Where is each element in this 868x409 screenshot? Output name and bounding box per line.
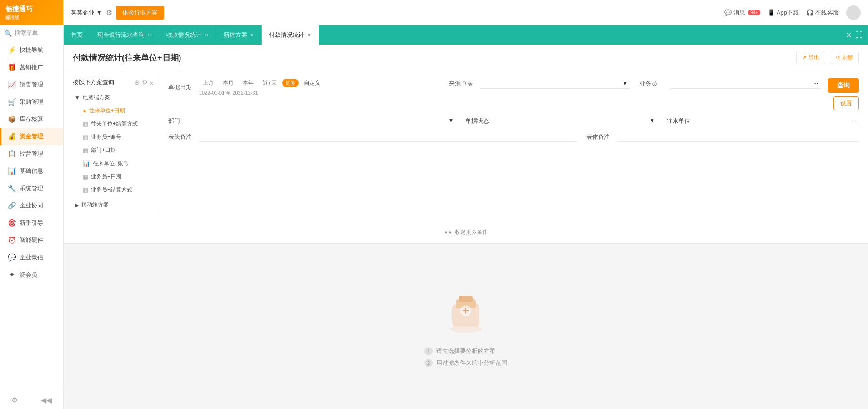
scheme-header-icons: ⊕ ⚙ «: [134, 78, 153, 86]
sidebar-item-guide[interactable]: 🎯 新手引导: [0, 214, 63, 232]
page-title: 付款情况统计(往来单位+日期): [73, 52, 181, 63]
scheme-item-4-label: 往来单位+账号: [93, 160, 129, 167]
settings-footer-icon[interactable]: ⚙: [11, 396, 18, 404]
dept-select[interactable]: ▼: [199, 116, 456, 126]
trial-button[interactable]: 体验行业方案: [116, 6, 164, 20]
collapse-chevron-icon: ∧∧: [444, 229, 452, 236]
tip-text-1: 请先选择要分析的方案: [436, 347, 495, 355]
app-download-item[interactable]: 📱 App下载: [768, 9, 799, 17]
salesman-select[interactable]: ···: [670, 78, 821, 89]
scheme-settings-icon[interactable]: ⚙: [142, 78, 148, 86]
sidebar-item-system[interactable]: 🔧 系统管理: [0, 180, 63, 197]
settings-button[interactable]: 设置: [833, 96, 859, 110]
page-content: 付款情况统计(往来单位+日期) ↗ 导出 ↺ 刷新 按以下方案查询 ⊕: [64, 45, 868, 409]
scheme-item-2-label: 业务员+账号: [91, 133, 121, 141]
tab-payment[interactable]: 付款情况统计 ✕: [262, 25, 319, 45]
tab-home[interactable]: 首页: [64, 25, 90, 45]
date-opt-this-month[interactable]: 本月: [219, 78, 237, 88]
search-icon: 🔍: [5, 30, 12, 37]
topbar-settings-icon[interactable]: ⚙: [106, 8, 112, 17]
sidebar-item-nav[interactable]: ⚡ 快捷导航: [0, 41, 63, 59]
sidebar-item-basic[interactable]: 📊 基础信息: [0, 162, 63, 180]
date-opt-this-year[interactable]: 本年: [239, 78, 257, 88]
scheme-collapse-icon[interactable]: «: [150, 79, 153, 86]
refresh-button[interactable]: ↺ 刷新: [830, 51, 859, 64]
sidebar-item-enterprise[interactable]: 🔗 企业协同: [0, 197, 63, 214]
scheme-title: 按以下方案查询: [73, 78, 114, 86]
tab-bank[interactable]: 现金银行流水查询 ✕: [90, 25, 159, 45]
scheme-item-3-icon: ▦: [83, 147, 88, 154]
home-tab-label: 首页: [71, 31, 83, 39]
sales-icon: 📈: [8, 81, 16, 89]
sidebar-item-marketing[interactable]: 🎁 营销推广: [0, 59, 63, 76]
payment-tab-close[interactable]: ✕: [307, 32, 311, 38]
scheme-item-2[interactable]: ▦ 业务员+账号: [80, 131, 153, 144]
svg-rect-3: [459, 296, 473, 302]
sidebar-item-operations[interactable]: 📋 经营管理: [0, 145, 63, 162]
payment-tab-label: 付款情况统计: [269, 31, 304, 39]
sidebar-label-sales: 销售管理: [20, 81, 43, 89]
date-opt-last-month[interactable]: 上月: [199, 78, 217, 88]
voucher-status-label: 单据状态: [465, 117, 493, 125]
close-all-tabs-icon[interactable]: ✕: [846, 31, 852, 40]
tip-num-1: 1: [424, 347, 433, 355]
scheme-item-5[interactable]: ▦ 业务员+日期: [80, 170, 153, 183]
receivable-tab-close[interactable]: ✕: [205, 32, 209, 38]
source-select[interactable]: ▼: [480, 78, 630, 89]
sidebar-item-hardware[interactable]: ⏰ 智能硬件: [0, 232, 63, 249]
note-body-input[interactable]: [617, 131, 859, 142]
sidebar-item-sales[interactable]: 📈 销售管理: [0, 76, 63, 93]
sidebar-label-hardware: 智能硬件: [20, 236, 43, 244]
scheme-item-0-label: 往来单位+日期: [89, 107, 125, 115]
tab-receivable[interactable]: 收款情况统计 ✕: [159, 25, 216, 45]
sidebar-item-search[interactable]: 🔍 搜索菜单: [0, 25, 63, 41]
source-field: 来源单据 ▼: [449, 78, 630, 89]
sidebar-item-purchase[interactable]: 🛒 采购管理: [0, 93, 63, 111]
query-row-1: 单据日期 上月 本月 本年 近7天 更多 自定义 2022-01-01 至 20…: [168, 78, 859, 110]
sidebar-item-member[interactable]: ✦ 畅会员: [0, 266, 63, 283]
scheme-item-1-icon: ▦: [83, 121, 88, 127]
scheme-group-desktop-header[interactable]: ▼ 电脑端方案: [73, 91, 153, 104]
scheme-item-6[interactable]: ▦ 业务员+结算方式: [80, 183, 153, 197]
date-opt-custom[interactable]: 自定义: [300, 78, 324, 88]
tab-new-plan[interactable]: 新建方案 ✕: [216, 25, 262, 45]
date-opt-more[interactable]: 更多: [282, 79, 299, 87]
scheme-group-mobile-header[interactable]: ▶ 移动端方案: [73, 198, 153, 212]
message-item[interactable]: 💬 消息 99+: [724, 9, 760, 17]
sidebar-label-marketing: 营销推广: [20, 63, 43, 71]
note-header-input[interactable]: [199, 131, 577, 142]
new-plan-tab-close[interactable]: ✕: [250, 32, 254, 38]
scheme-add-icon[interactable]: ⊕: [134, 78, 140, 86]
scheme-group-desktop: ▼ 电脑端方案 ● 往来单位+日期 ▦ 往来单位+结算方式 ▦: [73, 91, 153, 197]
message-badge: 99+: [748, 10, 760, 15]
org-name: 某某企业: [71, 9, 95, 17]
online-service-item[interactable]: 🎧 在线客服: [806, 9, 839, 17]
scheme-item-0[interactable]: ● 往来单位+日期: [80, 104, 153, 117]
refresh-icon: ↺: [836, 55, 840, 61]
headset-icon: 🎧: [806, 9, 813, 16]
voucher-status-select[interactable]: ▼: [496, 116, 658, 126]
tabbar: 首页 现金银行流水查询 ✕ 收款情况统计 ✕ 新建方案 ✕ 付款情况统计 ✕ ✕…: [64, 25, 868, 45]
counterparty-field: 往来单位 ···: [667, 116, 859, 126]
user-avatar[interactable]: [846, 5, 861, 20]
scheme-item-1[interactable]: ▦ 往来单位+结算方式: [80, 117, 153, 131]
scheme-item-4[interactable]: 📊 往来单位+账号: [80, 157, 153, 170]
voucher-status-field: 单据状态 ▼: [465, 116, 658, 126]
tip-text-2: 用过滤条件来缩小分析范围: [436, 359, 507, 367]
sidebar-item-inventory[interactable]: 📦 库存核算: [0, 111, 63, 128]
refresh-label: 刷新: [842, 54, 853, 61]
org-selector[interactable]: 某某企业 ▼: [71, 9, 102, 17]
collapse-sidebar-icon[interactable]: ◀◀: [41, 396, 52, 404]
topbar-left: 某某企业 ▼ ⚙ 体验行业方案: [71, 6, 719, 20]
collapse-conditions-btn[interactable]: ∧∧ 收起更多条件: [435, 226, 497, 239]
scheme-item-3[interactable]: ▦ 部门+日期: [80, 144, 153, 157]
date-opt-7days[interactable]: 近7天: [259, 78, 280, 88]
counterparty-select[interactable]: ···: [698, 116, 859, 126]
expand-icon[interactable]: ⛶: [855, 31, 863, 39]
export-button[interactable]: ↗ 导出: [796, 51, 825, 64]
scheme-item-5-icon: ▦: [83, 173, 88, 180]
sidebar-item-wechat[interactable]: 💬 企业微信: [0, 249, 63, 266]
sidebar-item-finance[interactable]: 💰 资金管理: [0, 128, 63, 145]
query-button[interactable]: 查询: [828, 78, 859, 93]
bank-tab-close[interactable]: ✕: [147, 32, 151, 38]
